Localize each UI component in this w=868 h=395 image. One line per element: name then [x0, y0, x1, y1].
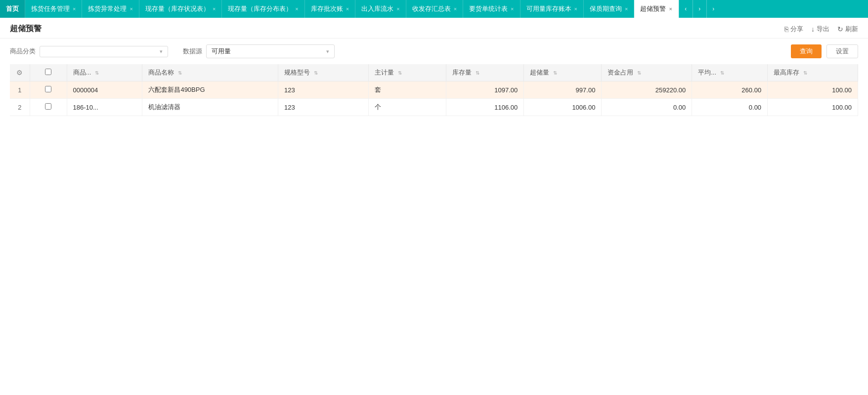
table-row: 2 186-10... 机油滤清器 123 个 1106.00 1006.00 …: [10, 99, 858, 116]
nav-stock-dist-close[interactable]: ×: [295, 6, 298, 12]
nav-overstock-warning-close[interactable]: ×: [669, 6, 672, 12]
product-category-select[interactable]: ▾: [40, 46, 168, 57]
nav-available-account-close[interactable]: ×: [574, 6, 577, 12]
row-index: 2: [10, 99, 30, 116]
nav-receive-summary[interactable]: 收发存汇总表 ×: [406, 0, 463, 18]
sort-max-stock-icon: ⇅: [803, 70, 807, 76]
cell-capital: 0.00: [602, 99, 692, 116]
nav-overstock-warning[interactable]: 超储预警 ×: [634, 0, 678, 18]
export-icon: ↓: [811, 25, 815, 33]
cell-spec: 123: [278, 81, 369, 99]
table-row: 1 0000004 六配套新昌490BPG 123 套 1097.00 997.…: [10, 81, 858, 99]
refresh-label: 刷新: [845, 25, 858, 34]
nav-pick-task[interactable]: 拣货任务管理 ×: [25, 0, 82, 18]
refresh-icon: ↻: [837, 25, 843, 33]
overstock-table: ⚙ 商品... ⇅ 商品名称 ⇅ 规格型号 ⇅ 主计量: [10, 64, 858, 116]
nav-arrow-left[interactable]: ‹: [679, 0, 693, 18]
row-index: 1: [10, 81, 30, 99]
nav-pick-task-label: 拣货任务管理: [31, 4, 70, 13]
cell-product-code: 0000004: [67, 81, 142, 99]
share-button[interactable]: ⎘ 分享: [784, 25, 803, 34]
nav-stock-dist[interactable]: 现存量（库存分布表） ×: [222, 0, 304, 18]
settings-button[interactable]: 设置: [826, 44, 858, 58]
column-gear[interactable]: ⚙: [10, 64, 30, 81]
nav-order-stats-label: 要货单统计表: [469, 4, 508, 13]
cell-stock: 1097.00: [446, 81, 524, 99]
row-checkbox-cell[interactable]: [30, 99, 67, 116]
column-checkbox-all[interactable]: [30, 64, 67, 81]
cell-product-name: 机油滤清器: [142, 99, 278, 116]
column-stock[interactable]: 库存量 ⇅: [446, 64, 524, 81]
header-actions: ⎘ 分享 ↓ 导出 ↻ 刷新: [784, 25, 858, 34]
column-capital-label: 资金占用: [608, 69, 633, 76]
product-category-label: 商品分类: [10, 47, 36, 56]
nav-order-stats[interactable]: 要货单统计表 ×: [463, 0, 520, 18]
cell-spec: 123: [278, 99, 369, 116]
column-spec-label: 规格型号: [284, 69, 310, 76]
nav-pick-exception-close[interactable]: ×: [130, 6, 132, 12]
select-all-checkbox[interactable]: [45, 69, 51, 75]
nav-inout-flow-close[interactable]: ×: [396, 6, 399, 12]
data-source-filter: 数据源 可用量 ▾: [183, 44, 335, 58]
nav-available-account[interactable]: 可用量库存账本 ×: [521, 0, 584, 18]
sort-stock-icon: ⇅: [476, 70, 479, 76]
row-checkbox-cell[interactable]: [30, 81, 67, 99]
nav-inout-flow[interactable]: 出入库流水 ×: [355, 0, 406, 18]
sort-unit-icon: ⇅: [398, 70, 402, 76]
column-avg-label: 平均...: [698, 69, 716, 76]
nav-stock-status-close[interactable]: ×: [213, 6, 216, 12]
row-checkbox[interactable]: [45, 86, 51, 92]
data-source-value: 可用量: [212, 47, 231, 56]
nav-inout-flow-label: 出入库流水: [361, 4, 393, 13]
column-unit[interactable]: 主计量 ⇅: [368, 64, 446, 81]
column-capital[interactable]: 资金占用 ⇅: [602, 64, 692, 81]
data-source-arrow-icon: ▾: [326, 48, 329, 55]
query-button[interactable]: 查询: [791, 44, 822, 58]
refresh-button[interactable]: ↻ 刷新: [837, 25, 858, 34]
nav-batch-account-close[interactable]: ×: [346, 6, 349, 12]
nav-pick-exception[interactable]: 拣货异常处理 ×: [82, 0, 139, 18]
nav-order-stats-close[interactable]: ×: [511, 6, 514, 12]
nav-expiry-query-label: 保质期查询: [590, 4, 622, 13]
column-product-name[interactable]: 商品名称 ⇅: [142, 64, 278, 81]
data-source-select[interactable]: 可用量 ▾: [206, 44, 335, 58]
column-max-stock-label: 最高库存: [774, 69, 799, 76]
cell-product-name: 六配套新昌490BPG: [142, 81, 278, 99]
column-stock-label: 库存量: [452, 69, 472, 76]
nav-expiry-query-close[interactable]: ×: [625, 6, 628, 12]
nav-batch-account[interactable]: 库存批次账 ×: [305, 0, 355, 18]
nav-expiry-query[interactable]: 保质期查询 ×: [584, 0, 634, 18]
export-button[interactable]: ↓ 导出: [811, 25, 829, 34]
filter-actions: 查询 设置: [791, 44, 858, 58]
cell-avg: 0.00: [692, 99, 768, 116]
cell-stock: 1106.00: [446, 99, 524, 116]
nav-arrow-right[interactable]: ›: [693, 0, 706, 18]
sort-spec-icon: ⇅: [314, 70, 318, 76]
nav-pick-task-close[interactable]: ×: [73, 6, 76, 12]
product-category-arrow-icon: ▾: [160, 48, 163, 55]
cell-max-stock: 100.00: [768, 81, 858, 99]
cell-avg: 260.00: [692, 81, 768, 99]
table-header-row: ⚙ 商品... ⇅ 商品名称 ⇅ 规格型号 ⇅ 主计量: [10, 64, 858, 81]
nav-receive-summary-label: 收发存汇总表: [412, 4, 451, 13]
row-checkbox[interactable]: [45, 103, 51, 110]
filter-bar: 商品分类 ▾ 数据源 可用量 ▾ 查询 设置: [0, 39, 868, 64]
top-nav: 首页 拣货任务管理 × 拣货异常处理 × 现存量（库存状况表） × 现存量（库存…: [0, 0, 868, 18]
column-unit-label: 主计量: [375, 69, 394, 76]
column-max-stock[interactable]: 最高库存 ⇅: [768, 64, 858, 81]
nav-batch-account-label: 库存批次账: [311, 4, 343, 13]
column-product-code[interactable]: 商品... ⇅: [67, 64, 142, 81]
nav-pick-exception-label: 拣货异常处理: [88, 4, 127, 13]
nav-receive-summary-close[interactable]: ×: [454, 6, 457, 12]
column-avg[interactable]: 平均... ⇅: [692, 64, 768, 81]
cell-max-stock: 100.00: [768, 99, 858, 116]
nav-stock-dist-label: 现存量（库存分布表）: [228, 4, 292, 13]
column-overstock[interactable]: 超储量 ⇅: [524, 64, 602, 81]
nav-arrow-more[interactable]: ›: [706, 0, 720, 18]
sort-product-name-icon: ⇅: [178, 70, 182, 76]
data-source-label: 数据源: [183, 47, 202, 56]
column-spec[interactable]: 规格型号 ⇅: [278, 64, 369, 81]
nav-stock-status[interactable]: 现存量（库存状况表） ×: [139, 0, 222, 18]
nav-home[interactable]: 首页: [0, 0, 25, 18]
page-title: 超储预警: [10, 24, 42, 34]
